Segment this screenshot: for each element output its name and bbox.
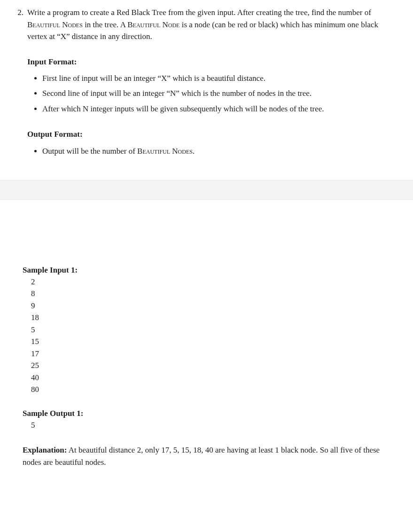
sample-line: 25 xyxy=(31,360,400,372)
input-format-heading: Input Format: xyxy=(27,56,400,68)
sample-line: 18 xyxy=(31,312,400,324)
sample-line: 17 xyxy=(31,348,400,360)
sample-line: 40 xyxy=(31,372,400,384)
output-format-item: Output will be the number of Beautiful N… xyxy=(42,145,400,157)
input-format-item: After which N integer inputs will be giv… xyxy=(42,103,400,115)
sample-line: 5 xyxy=(31,324,400,336)
sample-line: 2 xyxy=(31,276,400,288)
problem-item: 2. Write a program to create a Red Black… xyxy=(5,7,400,161)
stmt-part-1: Write a program to create a Red Black Tr… xyxy=(27,8,371,17)
output-item-suffix: . xyxy=(193,147,195,156)
page-1: 2. Write a program to create a Red Black… xyxy=(0,0,413,180)
sample-line: 80 xyxy=(31,383,400,396)
explanation-lead: Explanation: xyxy=(23,446,67,454)
sample-line: 9 xyxy=(31,300,400,312)
sample-line: 15 xyxy=(31,336,400,348)
input-format-item: Second line of input will be an integer … xyxy=(42,87,400,100)
sample-input-lines: 2 8 9 18 5 15 17 25 40 80 xyxy=(23,276,400,396)
sample-output-block: Sample Output 1: 5 xyxy=(23,409,400,431)
sample-line: 5 xyxy=(31,419,400,431)
input-format-item: First line of input will be an integer “… xyxy=(42,72,400,85)
sample-line: 8 xyxy=(31,288,400,300)
sample-output-lines: 5 xyxy=(23,419,400,431)
output-item-smallcaps: Beautiful Nodes xyxy=(137,147,193,156)
output-item-prefix: Output will be the number of xyxy=(42,147,137,156)
problem-body: Write a program to create a Red Black Tr… xyxy=(27,7,400,161)
page-2: Sample Input 1: 2 8 9 18 5 15 17 25 40 8… xyxy=(0,200,413,525)
input-format-list: First line of input will be an integer “… xyxy=(27,72,400,115)
problem-number: 2. xyxy=(5,7,27,19)
sample-output-heading: Sample Output 1: xyxy=(23,409,400,418)
output-format-heading: Output Format: xyxy=(27,128,400,141)
page-separator xyxy=(0,180,413,200)
explanation-text: At beautiful distance 2, only 17, 5, 15,… xyxy=(23,446,380,467)
stmt-smallcaps-1: Beautiful Nodes xyxy=(27,20,83,29)
stmt-smallcaps-2: Beautiful Node xyxy=(127,20,179,29)
stmt-part-2: in the tree. A xyxy=(83,20,127,29)
sample-input-block: Sample Input 1: 2 8 9 18 5 15 17 25 40 8… xyxy=(23,266,400,396)
problem-statement: Write a program to create a Red Black Tr… xyxy=(27,8,378,41)
explanation-block: Explanation: At beautiful distance 2, on… xyxy=(23,444,400,468)
sample-input-heading: Sample Input 1: xyxy=(23,266,400,275)
output-format-list: Output will be the number of Beautiful N… xyxy=(27,145,400,157)
